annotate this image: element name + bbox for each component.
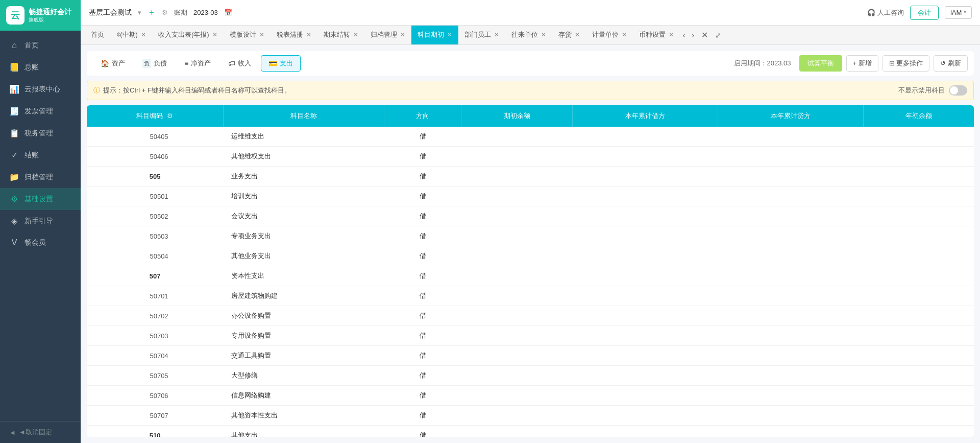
disable-subject-toggle[interactable] (949, 85, 967, 96)
cell-code: 50501 (87, 186, 223, 206)
company-settings-icon[interactable]: ⚙ (162, 9, 168, 16)
sidebar-item-tax[interactable]: 📋 税务管理 (0, 122, 81, 144)
tab-close-all-btn[interactable]: ✕ (697, 26, 712, 44)
tab-inventory[interactable]: 存货 ✕ (552, 26, 586, 45)
invoice-icon: 🧾 (9, 106, 19, 116)
table-row[interactable]: 50704 交通工具购置 借 (87, 346, 974, 366)
filter-tab-asset[interactable]: 🏠 资产 (93, 55, 133, 72)
table-row[interactable]: 50703 专用设备购置 借 (87, 326, 974, 346)
table-row[interactable]: 50405 运维维支出 借 (87, 127, 974, 147)
cell-ytd-debit (573, 286, 718, 306)
tab-close-dept[interactable]: ✕ (494, 31, 499, 38)
tab-close-unit[interactable]: ✕ (541, 31, 546, 38)
filter-tab-income[interactable]: 🏷 收入 (220, 55, 259, 72)
cell-year-opening (863, 426, 974, 437)
cell-code: 50707 (87, 406, 223, 426)
notice-toggle-area: 不显示禁用科目 (898, 85, 967, 96)
user-role-btn[interactable]: 会计 (910, 6, 939, 20)
tab-close-subject-init[interactable]: ✕ (447, 31, 452, 38)
sidebar-item-invoice[interactable]: 🧾 发票管理 (0, 100, 81, 122)
filter-tab-liability[interactable]: 负 负债 (135, 55, 175, 72)
tab-income[interactable]: 收入支出表(年报) ✕ (152, 26, 224, 45)
cell-opening (461, 147, 573, 167)
filter-tab-expense[interactable]: 💳 支出 (261, 55, 301, 72)
liability-icon: 负 (142, 59, 151, 68)
calendar-icon[interactable]: 📅 (224, 9, 232, 16)
table-row[interactable]: 507 资本性支出 借 (87, 266, 974, 286)
cell-year-opening (863, 386, 974, 406)
tab-expand-btn[interactable]: ⤢ (712, 26, 724, 44)
iam-label[interactable]: iAM * (945, 6, 972, 19)
table-body: 50405 运维维支出 借 50406 其他维权支出 借 505 业务支出 借 … (87, 127, 974, 437)
table-row[interactable]: 50504 其他业务支出 借 (87, 246, 974, 266)
sidebar-item-member[interactable]: V 畅会员 (0, 232, 81, 253)
cell-name: 专项业务支出 (223, 226, 384, 246)
table-row[interactable]: 50702 办公设备购置 借 (87, 306, 974, 326)
refresh-btn[interactable]: ↺ 刷新 (934, 55, 968, 72)
cell-code: 507 (87, 266, 223, 286)
tab-home[interactable]: 首页 (85, 26, 110, 45)
sidebar-item-archive[interactable]: 📁 归档管理 (0, 166, 81, 188)
cell-ytd-credit (718, 306, 864, 326)
service-btn[interactable]: 🎧 人工咨询 (867, 8, 904, 17)
filter-tab-equity[interactable]: ≡ 净资产 (177, 55, 218, 72)
tab-subject-init[interactable]: 科目期初 ✕ (411, 26, 458, 45)
tab-tax[interactable]: 税表清册 ✕ (271, 26, 317, 45)
cell-name: 培训支出 (223, 186, 384, 206)
tab-scroll-left-btn[interactable]: ‹ (680, 26, 689, 44)
table-row[interactable]: 505 业务支出 借 (87, 167, 974, 186)
tab-close-tax[interactable]: ✕ (306, 31, 311, 38)
cell-direction: 借 (384, 186, 461, 206)
tab-filing[interactable]: 归档管理 ✕ (364, 26, 411, 45)
cell-opening (461, 206, 573, 226)
tab-scroll-right-btn[interactable]: › (689, 26, 697, 44)
table-row[interactable]: 50503 专项业务支出 借 (87, 226, 974, 246)
table-row[interactable]: 50501 培训支出 借 (87, 186, 974, 206)
tab-close-filing[interactable]: ✕ (400, 31, 405, 38)
tab-yearend[interactable]: 期末结转 ✕ (317, 26, 364, 45)
col-settings-icon[interactable]: ⚙ (167, 112, 173, 120)
cell-opening (461, 386, 573, 406)
cell-name: 办公设备购置 (223, 306, 384, 326)
sidebar-item-home[interactable]: ⌂ 首页 (0, 35, 81, 56)
sidebar-item-reports[interactable]: 📊 云报表中心 (0, 78, 81, 100)
tab-currency[interactable]: 币种设置 ✕ (633, 26, 680, 45)
cell-ytd-credit (718, 386, 864, 406)
more-ops-btn[interactable]: ⊞ 更多操作 (883, 55, 930, 72)
table-row[interactable]: 50406 其他维权支出 借 (87, 147, 974, 167)
table-row[interactable]: 50705 大型修缮 借 (87, 366, 974, 386)
cell-direction: 借 (384, 406, 461, 426)
cell-ytd-debit (573, 266, 718, 286)
table-row[interactable]: 50707 其他资本性支出 借 (87, 406, 974, 426)
sidebar-item-settle[interactable]: ✓ 结账 (0, 144, 81, 166)
tab-close-income[interactable]: ✕ (212, 31, 217, 38)
table-row[interactable]: 50701 房屋建筑物购建 借 (87, 286, 974, 306)
add-company-btn[interactable]: ＋ (148, 7, 156, 18)
sidebar-item-guide[interactable]: ◈ 新手引导 (0, 210, 81, 232)
tab-close-yearend[interactable]: ✕ (353, 31, 358, 38)
tab-close-inventory[interactable]: ✕ (575, 31, 580, 38)
tab-template[interactable]: 模版设计 ✕ (224, 26, 271, 45)
tab-close-period[interactable]: ✕ (141, 31, 146, 38)
tab-close-template[interactable]: ✕ (259, 31, 264, 38)
company-dropdown-icon[interactable]: ▾ (138, 9, 141, 16)
app-logo-text: 畅捷通好会计 旗舰版 (29, 7, 71, 24)
sidebar-collapse-btn[interactable]: ◄ ◄取消固定 (0, 421, 81, 443)
sidebar-item-settings[interactable]: ⚙ 基础设置 (0, 188, 81, 210)
tab-close-measure[interactable]: ✕ (622, 31, 627, 38)
sidebar-item-ledger[interactable]: 📒 总账 (0, 56, 81, 78)
table-row[interactable]: 50502 会议支出 借 (87, 206, 974, 226)
table-scroll-area[interactable]: 科目编码 ⚙ 科目名称 方向 期初余额 本年累计借方 本年累计贷方 年初余额 (87, 105, 974, 437)
add-btn[interactable]: + 新增 (846, 55, 878, 72)
table-row[interactable]: 50706 信息网络购建 借 (87, 386, 974, 406)
tab-close-currency[interactable]: ✕ (669, 31, 674, 38)
cell-opening (461, 346, 573, 366)
cell-code: 50703 (87, 326, 223, 346)
tab-measure[interactable]: 计量单位 ✕ (586, 26, 633, 45)
balance-btn[interactable]: 试算平衡 (799, 55, 842, 72)
tab-unit[interactable]: 往来单位 ✕ (505, 26, 552, 45)
tab-period[interactable]: ¢(中期) ✕ (110, 26, 152, 45)
tab-dept[interactable]: 部门员工 ✕ (458, 26, 505, 45)
cell-opening (461, 306, 573, 326)
table-row[interactable]: 510 其他支出 借 (87, 426, 974, 437)
